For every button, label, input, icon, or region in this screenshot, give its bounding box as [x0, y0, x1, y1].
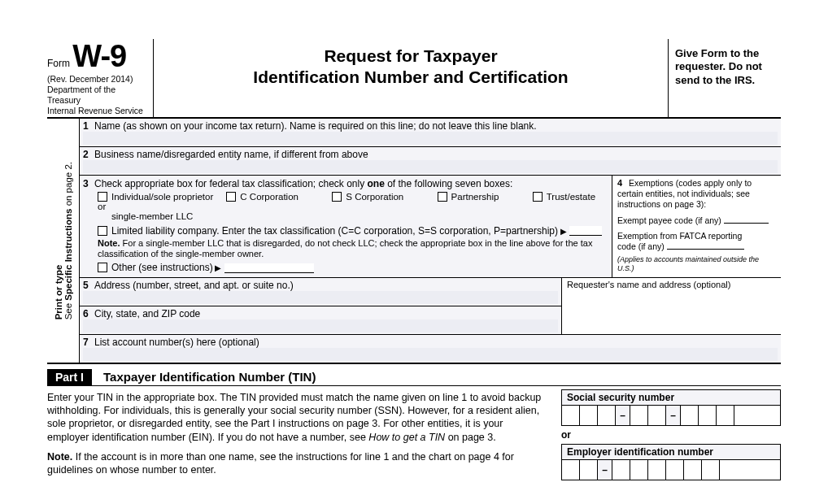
sidebar-see: See — [63, 300, 73, 319]
checkbox-individual[interactable] — [98, 192, 107, 202]
line-7-input[interactable] — [83, 348, 778, 361]
line-6: 6City, state, and ZIP code — [80, 306, 561, 334]
note3-bold: Note. — [98, 238, 120, 248]
dept-line-2: Internal Revenue Service — [47, 106, 148, 116]
line-1: 1Name (as shown on your income tax retur… — [80, 119, 781, 147]
part-1-title: Taxpayer Identification Number (TIN) — [103, 370, 316, 384]
or-label: or — [561, 429, 781, 441]
opt-partner: Partnership — [451, 192, 499, 202]
opt-llc: Limited liability company. Enter the tax… — [111, 225, 567, 237]
body-grid: Print or type See Specific Instructions … — [47, 119, 781, 364]
checkbox-other[interactable] — [98, 263, 107, 272]
dept-line-1: Department of the Treasury — [47, 85, 148, 106]
checkbox-llc[interactable] — [98, 226, 107, 236]
l6-label: City, state, and ZIP code — [94, 308, 200, 319]
form-title-1: Request for Taxpayer — [162, 46, 660, 67]
form-title-2: Identification Number and Certification — [162, 67, 660, 88]
exempt-payee-label: Exempt payee code (if any) — [617, 215, 721, 225]
body-content: 1Name (as shown on your income tax retur… — [80, 119, 781, 363]
checkbox-partnership[interactable] — [438, 192, 447, 202]
l7-label: List account number(s) here (optional) — [94, 337, 259, 348]
l3-one: one — [368, 178, 385, 189]
form-header: Form W-9 (Rev. December 2014) Department… — [47, 39, 781, 119]
address-block: 5Address (number, street, and apt. or su… — [80, 278, 781, 334]
l3-intro-b: of the following seven boxes: — [385, 178, 512, 189]
ssn-label: Social security number — [561, 389, 781, 405]
fatca-note: (Applies to accounts maintained outside … — [617, 255, 776, 274]
p1-note-b: If the account is in more than one name,… — [47, 451, 514, 476]
note3-text: For a single-member LLC that is disregar… — [98, 238, 592, 259]
l3-intro-a: Check appropriate box for federal tax cl… — [94, 178, 368, 189]
tin-text: Enter your TIN in the appropriate box. T… — [47, 389, 545, 480]
line-3-4-wrap: 3Check appropriate box for federal tax c… — [80, 176, 781, 278]
llc-class-input[interactable] — [569, 226, 602, 236]
line-5: 5Address (number, street, and apt. or su… — [80, 278, 561, 306]
header-center: Request for Taxpayer Identification Numb… — [153, 39, 669, 117]
part-1-label: Part I — [47, 369, 92, 385]
opt-trust: Trust/estate — [547, 192, 595, 202]
checkbox-trust[interactable] — [533, 192, 543, 202]
opt-scorp: S Corporation — [346, 192, 403, 202]
exempt-payee-input[interactable] — [724, 215, 769, 224]
sidebar-text: Print or type See Specific Instructions … — [54, 159, 73, 323]
line-1-label: Name (as shown on your income tax return… — [94, 120, 537, 132]
p1-para-i: How to get a TIN — [368, 432, 445, 443]
line-4: 4Exemptions (codes apply only to certain… — [612, 176, 781, 277]
checkbox-ccorp[interactable] — [226, 192, 236, 202]
header-right: Give Form to the requester. Do not send … — [669, 39, 781, 117]
line-5-input[interactable] — [83, 291, 558, 304]
tin-area: Enter your TIN in the appropriate box. T… — [47, 386, 781, 480]
p1-note-a: Note. — [47, 451, 72, 463]
header-left: Form W-9 (Rev. December 2014) Department… — [47, 39, 153, 117]
sidebar-specific: Specific Instructions — [63, 208, 73, 300]
fatca-input[interactable] — [667, 241, 744, 250]
ssn-boxes[interactable]: – – — [561, 405, 781, 426]
ein-boxes[interactable]: – — [561, 459, 781, 480]
tin-right: Social security number – – or Employer i… — [561, 389, 781, 480]
checkbox-scorp[interactable] — [332, 192, 342, 202]
line-1-input[interactable] — [83, 132, 778, 145]
line-7: 7List account number(s) here (optional) — [80, 334, 781, 363]
l4-intro: Exemptions (codes apply only to certain … — [617, 178, 752, 210]
addr-left: 5Address (number, street, and apt. or su… — [80, 278, 561, 334]
checkbox-row-other: Other (see instructions) — [83, 259, 607, 275]
p1-para-b: on page 3. — [445, 432, 496, 443]
fatca-a: Exemption from FATCA reporting — [617, 231, 776, 241]
checkbox-row-1: Individual/sole proprietor orsingle-memb… — [83, 189, 607, 223]
other-input[interactable] — [224, 263, 314, 273]
form-number: W-9 — [72, 39, 126, 73]
opt-ind-b: single-member LLC — [111, 211, 193, 221]
fatca-b: code (if any) — [617, 241, 665, 251]
note-3: Note. For a single-member LLC that is di… — [83, 238, 607, 259]
opt-ind-a: Individual/sole proprietor or — [98, 192, 213, 211]
opt-other: Other (see instructions) — [111, 262, 222, 273]
sidebar-page: on page 2. — [63, 162, 73, 209]
line-2-label: Business name/disregarded entity name, i… — [94, 149, 368, 160]
requester-label: Requester's name and address (optional) — [567, 280, 730, 289]
ein-label: Employer identification number — [561, 444, 781, 459]
sidebar-bold: Print or type — [54, 264, 63, 319]
opt-ccorp: C Corporation — [240, 192, 299, 202]
revision-line: (Rev. December 2014) — [47, 74, 148, 85]
line-2-input[interactable] — [83, 160, 778, 173]
requester-block[interactable]: Requester's name and address (optional) — [561, 278, 781, 334]
line-6-input[interactable] — [83, 319, 558, 332]
form-word: Form — [47, 58, 70, 69]
part-1-header: Part I Taxpayer Identification Number (T… — [47, 369, 781, 386]
sidebar: Print or type See Specific Instructions … — [47, 119, 80, 363]
checkbox-row-llc: Limited liability company. Enter the tax… — [83, 223, 607, 238]
line-3: 3Check appropriate box for federal tax c… — [80, 176, 612, 277]
l5-label: Address (number, street, and apt. or sui… — [94, 280, 294, 291]
line-2: 2Business name/disregarded entity name, … — [80, 147, 781, 176]
